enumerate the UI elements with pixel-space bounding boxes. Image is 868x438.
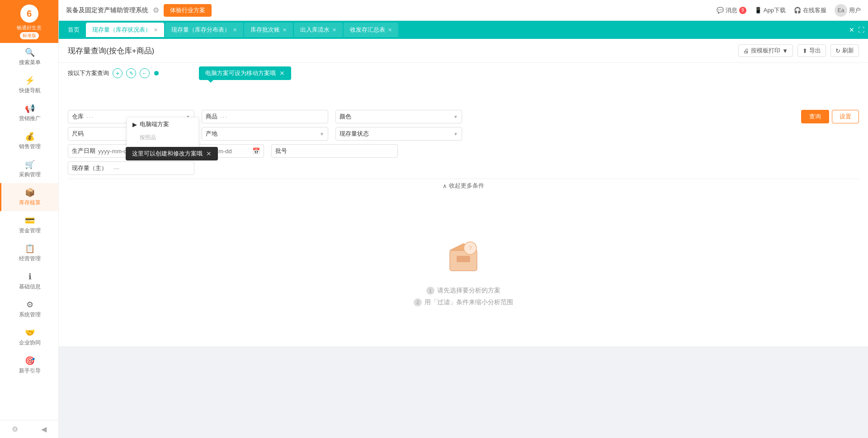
sidebar-item-label: 企业协同 [19, 339, 41, 347]
message-item[interactable]: 💬 消息 9 [717, 6, 746, 14]
calendar-icon[interactable]: 📅 [252, 147, 260, 155]
logo-badge: 标准版 [20, 32, 39, 39]
search-icon: 🔍 [25, 47, 35, 57]
chevron-down-icon: ▼ [453, 114, 458, 119]
origin-field[interactable]: 产地 ▼ [202, 127, 328, 141]
sidebar-item-label: 快捷导航 [19, 87, 41, 94]
sidebar-item-purchase[interactable]: 🛒 采购管理 [0, 155, 58, 183]
dot-indicator [154, 71, 159, 75]
headset-icon: 🎧 [794, 7, 801, 14]
collapse-btn[interactable]: ∧ 收起更多条件 [68, 179, 859, 193]
arrow-icon: ▶ [132, 121, 137, 128]
sidebar-item-quicknav[interactable]: ⚡ 快捷导航 [0, 71, 58, 99]
color-field[interactable]: 颜色 ▼ [335, 110, 462, 123]
stock-qty-field[interactable]: 现存量（主） — [68, 161, 194, 175]
svg-rect-2 [457, 256, 470, 262]
sidebar-item-basic[interactable]: ℹ 基础信息 [0, 267, 58, 295]
export-icon: ⬆ [802, 47, 807, 54]
sidebar-item-inventory[interactable]: 📦 库存核算 [0, 183, 58, 211]
sidebar-item-label: 经营管理 [19, 255, 41, 263]
sales-icon: 💰 [25, 132, 35, 141]
user-label: 用户 [849, 6, 861, 14]
system-name: 装备及固定资产辅助管理系统 [66, 6, 148, 14]
filter-area: 电脑方案可设为移动方案哦 ✕ 按以下方案查询 + ✎ ← 这里可以创建和修改方案… [59, 63, 868, 196]
online-support-item[interactable]: 🎧 在线客服 [794, 6, 826, 14]
tab-inventory-status[interactable]: 现存量（库存状况表） ✕ [86, 23, 164, 37]
chevron-down-icon: ▼ [320, 132, 324, 137]
sidebar-item-guide[interactable]: 🎯 新手引导 [0, 351, 58, 379]
tab-summary[interactable]: 收发存汇总表 ✕ [344, 23, 398, 37]
finance-icon: 💳 [25, 216, 35, 226]
filter-edit-btn[interactable]: ✎ [126, 68, 136, 78]
user-item[interactable]: Ea 用户 [835, 4, 861, 17]
page-header: 现存量查询(按仓库+商品) 🖨 按模板打印 ▼ ⬆ 导出 ↻ 刷新 [59, 39, 868, 63]
header-left: 装备及固定资产辅助管理系统 ⚙ 体验行业方案 [66, 4, 212, 17]
quicknav-icon: ⚡ [25, 75, 35, 85]
logo-icon: 6 [20, 5, 38, 23]
tab-close-all-icon[interactable]: ✕ [849, 26, 854, 33]
purchase-icon: 🛒 [25, 160, 35, 170]
tab-close-icon[interactable]: ✕ [283, 27, 287, 33]
filter-add-btn[interactable]: + [113, 68, 123, 78]
page-area: 现存量查询(按仓库+商品) 🖨 按模板打印 ▼ ⬆ 导出 ↻ 刷新 [59, 39, 868, 438]
reset-btn[interactable]: 设置 [832, 110, 859, 123]
stock-qty-label: 现存量（主） [72, 164, 107, 172]
search-btn[interactable]: 查询 [801, 110, 829, 123]
settings-icon[interactable]: ⚙ [12, 425, 18, 433]
scheme-pc-label: 按照品 [127, 131, 198, 144]
filter-row-4: 现存量（主） — [68, 161, 859, 175]
color-label: 颜色 [340, 113, 351, 121]
empty-icon: ? [441, 232, 486, 278]
tab-expand-icon[interactable]: ⛶ [858, 26, 864, 33]
tooltip-popup-2: 这里可以创建和修改方案哦 ✕ [126, 147, 218, 160]
collapse-sidebar-icon[interactable]: ◀ [41, 425, 47, 433]
chevron-down-icon: ▼ [453, 132, 458, 137]
page-content: 现存量查询(按仓库+商品) 🖨 按模板打印 ▼ ⬆ 导出 ↻ 刷新 [59, 39, 868, 346]
batch-no-field[interactable]: 批号 [271, 144, 398, 158]
tab-home[interactable]: 首页 [62, 23, 85, 37]
sidebar-item-marketing[interactable]: 📢 营销推广 [0, 99, 58, 127]
tab-close-icon[interactable]: ✕ [233, 27, 237, 33]
logo-text: 畅通好生意 [17, 24, 42, 31]
tab-inventory-dist[interactable]: 现存量（库存分布表） ✕ [165, 23, 243, 37]
sidebar-item-operation[interactable]: 📋 经营管理 [0, 239, 58, 267]
product-field[interactable]: 商品 ··· [202, 110, 328, 123]
sidebar-item-label: 资金管理 [19, 227, 41, 235]
industry-btn[interactable]: 体验行业方案 [164, 4, 212, 17]
export-btn[interactable]: ⬆ 导出 [797, 44, 826, 57]
gear-icon[interactable]: ⚙ [153, 6, 159, 14]
system-icon: ⚙ [26, 300, 33, 310]
sidebar-item-label: 采购管理 [19, 171, 41, 179]
svg-text:?: ? [469, 245, 472, 251]
sidebar-item-finance[interactable]: 💳 资金管理 [0, 211, 58, 239]
tooltip-close-1[interactable]: ✕ [279, 70, 285, 77]
empty-hint-2: 2 用「过滤」条件来缩小分析范围 [414, 298, 513, 306]
tooltip-popup-1: 电脑方案可设为移动方案哦 ✕ [199, 66, 291, 80]
empty-state: ? 1 请先选择要分析的方案 2 用「过滤」条件来缩小分析范围 [59, 196, 868, 346]
tab-close-icon[interactable]: ✕ [154, 27, 158, 33]
tab-batch-ledger[interactable]: 库存批次账 ✕ [244, 23, 293, 37]
print-btn[interactable]: 🖨 按模板打印 ▼ [738, 44, 793, 57]
refresh-btn[interactable]: ↻ 刷新 [830, 44, 859, 57]
filter-header: 按以下方案查询 + ✎ ← [68, 68, 859, 78]
stock-status-field[interactable]: 现存量状态 ▼ [335, 127, 462, 141]
filter-arrow-btn[interactable]: ← [140, 68, 150, 78]
app-download-item[interactable]: 📱 App下载 [755, 6, 786, 14]
main-content: 装备及固定资产辅助管理系统 ⚙ 体验行业方案 💬 消息 9 📱 App下载 🎧 … [59, 0, 868, 438]
tab-close-icon[interactable]: ✕ [388, 27, 392, 33]
tooltip-close-2[interactable]: ✕ [206, 150, 212, 157]
tab-close-icon[interactable]: ✕ [332, 27, 336, 33]
message-label: 消息 [726, 6, 737, 14]
scheme-pc-item[interactable]: ▶ 电脑端方案 [127, 118, 198, 131]
tab-inout-flow[interactable]: 出入库流水 ✕ [294, 23, 343, 37]
sidebar-item-search[interactable]: 🔍 搜索菜单 [0, 43, 58, 71]
product-label: 商品 [206, 113, 217, 121]
sidebar-item-sales[interactable]: 💰 销售管理 [0, 127, 58, 155]
sidebar-item-collab[interactable]: 🤝 企业协同 [0, 323, 58, 351]
sidebar-item-system[interactable]: ⚙ 系统管理 [0, 295, 58, 323]
message-icon: 💬 [717, 7, 724, 14]
sidebar-item-label: 基础信息 [19, 283, 41, 291]
sidebar: 6 畅通好生意 标准版 🔍 搜索菜单 ⚡ 快捷导航 📢 营销推广 💰 销售管理 … [0, 0, 59, 438]
sidebar-footer: ⚙ ◀ [0, 420, 58, 438]
warehouse-label: 仓库 [72, 113, 84, 121]
